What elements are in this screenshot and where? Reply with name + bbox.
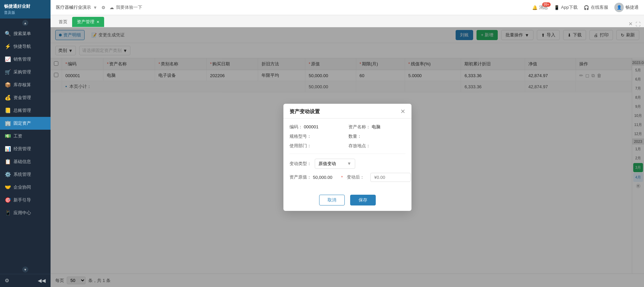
sidebar-item-fixed-assets[interactable]: 🏢 固定资产 (0, 117, 51, 130)
window-expand-icon[interactable]: ⛶ (636, 21, 641, 27)
sidebar-item-system[interactable]: ⚙️ 系统管理 (0, 168, 51, 181)
system-icon: ⚙️ (5, 171, 11, 178)
sidebar-footer: ⚙ ◀◀ (0, 274, 51, 287)
modal-footer: 取消 保存 (283, 191, 411, 211)
sidebar-nav: 🔍 搜索菜单 ⚡ 快捷导航 📈 销售管理 🛒 采购管理 📦 库存核算 💰 资金管… (0, 27, 51, 265)
content-area: 资产明细 📝 变更生成凭证 刘账 + 新增 批量操作 ▼ ⬆ (51, 27, 644, 287)
sidebar-item-label: 采购管理 (13, 69, 31, 75)
main-area: 医疗器械行业演示 ▼ ⚙ ☁ 我要体验一下 🔔 消息 99+ 📱 App下载 🎧… (51, 0, 644, 287)
modal-body: 编码： 000001 资产名称： 电脑 规格型号： 数量： (283, 119, 411, 191)
tab-home[interactable]: 首页 (54, 17, 72, 27)
tab-close-icon[interactable]: ✕ (96, 20, 99, 24)
sidebar-scroll-up[interactable]: ▲ (0, 19, 51, 27)
tab-asset-management[interactable]: 资产管理 ✕ (72, 17, 104, 27)
sidebar-item-quick-nav[interactable]: ⚡ 快捷导航 (0, 40, 51, 53)
sidebar: 畅捷通好业财 普及版 ▲ 🔍 搜索菜单 ⚡ 快捷导航 📈 销售管理 🛒 采购管理… (0, 0, 51, 287)
sidebar-item-business[interactable]: 📊 经营管理 (0, 142, 51, 155)
asset-change-modal: 资产变动设置 ✕ 编码： 000001 资产名称： 电脑 (283, 104, 411, 211)
sidebar-item-basic-info[interactable]: 📋 基础信息 (0, 155, 51, 168)
original-value-display: 50,000.00 (313, 175, 333, 180)
save-button[interactable]: 保存 (350, 195, 376, 205)
bell-icon: 🔔 (532, 5, 538, 10)
search-icon: 🔍 (5, 31, 11, 37)
modal-header: 资产变动设置 ✕ (283, 104, 411, 119)
tab-home-label: 首页 (59, 19, 67, 24)
company-name: 医疗器械行业演示 (56, 4, 91, 10)
sidebar-item-label: 企业协同 (13, 184, 31, 190)
sidebar-item-app-center[interactable]: 📱 应用中心 (0, 206, 51, 219)
after-value-input[interactable] (370, 173, 411, 182)
app-center-icon: 📱 (5, 210, 11, 216)
sidebar-item-search[interactable]: 🔍 搜索菜单 (0, 27, 51, 40)
sales-icon: 📈 (5, 56, 11, 62)
cancel-button[interactable]: 取消 (319, 195, 345, 205)
sidebar-item-label: 基础信息 (13, 159, 31, 165)
modal-location-field: 存放地点： (348, 143, 405, 149)
cloud-icon: ☁ (110, 5, 114, 10)
modal-code-field: 编码： 000001 (289, 124, 346, 130)
business-icon: 📊 (5, 146, 11, 152)
sidebar-item-label: 搜索菜单 (13, 31, 31, 37)
settings-icon[interactable]: ⚙ (5, 278, 9, 284)
original-value-row: 资产原值： 50,000.00 * 变动后： (289, 173, 405, 182)
change-type-select[interactable]: 原值变动 ▼ (315, 159, 355, 169)
window-controls: ✕ ⛶ (628, 21, 641, 27)
sidebar-item-label: 资金管理 (13, 95, 31, 101)
sidebar-item-label: 系统管理 (13, 171, 31, 178)
online-service-btn[interactable]: 🎧 在线客服 (584, 4, 608, 10)
tab-asset-label: 资产管理 (77, 19, 94, 25)
headset-icon: 🎧 (584, 5, 589, 10)
username: 畅捷通 (625, 4, 639, 10)
topbar-right: 🔔 消息 99+ 📱 App下载 🎧 在线客服 👤 畅捷通 (532, 3, 639, 12)
notifications-btn[interactable]: 🔔 消息 99+ (532, 4, 548, 10)
sidebar-item-payroll[interactable]: 💵 工资 (0, 130, 51, 142)
experience-btn[interactable]: ☁ 我要体验一下 (110, 4, 142, 10)
modal-spec-field: 规格型号： (289, 133, 346, 139)
sidebar-item-inventory[interactable]: 📦 库存核算 (0, 78, 51, 91)
dropdown-icon: ▼ (93, 5, 97, 10)
window-close-icon[interactable]: ✕ (628, 21, 633, 27)
sidebar-item-label: 经营管理 (13, 146, 31, 152)
topbar: 医疗器械行业演示 ▼ ⚙ ☁ 我要体验一下 🔔 消息 99+ 📱 App下载 🎧… (51, 0, 644, 15)
after-label: 变动后： (347, 174, 367, 180)
sidebar-item-purchase[interactable]: 🛒 采购管理 (0, 66, 51, 78)
sidebar-item-label: 快捷导航 (13, 43, 31, 50)
modal-dept-field: 使用部门： (289, 143, 346, 149)
info-icon: 📋 (5, 159, 11, 165)
sidebar-item-label: 应用中心 (13, 210, 31, 216)
sidebar-item-guide[interactable]: 🎯 新手引导 (0, 194, 51, 206)
enterprise-icon: 🤝 (5, 184, 11, 190)
guide-icon: 🎯 (5, 197, 11, 203)
purchase-icon: 🛒 (5, 69, 11, 75)
sidebar-item-finance[interactable]: 💰 资金管理 (0, 91, 51, 104)
original-value-label: 资产原值： (289, 174, 310, 180)
sidebar-item-enterprise[interactable]: 🤝 企业协同 (0, 181, 51, 194)
settings-icon[interactable]: ⚙ (101, 5, 105, 10)
sidebar-scroll-down[interactable]: ▼ (0, 265, 51, 274)
modal-close-btn[interactable]: ✕ (400, 108, 405, 115)
tabs-bar: 首页 资产管理 ✕ ✕ ⛶ (51, 15, 644, 27)
dropdown-icon: ▼ (347, 161, 351, 166)
user-menu[interactable]: 👤 畅捷通 (614, 3, 639, 12)
company-selector[interactable]: 医疗器械行业演示 ▼ (56, 4, 97, 10)
change-type-value: 原值变动 (318, 161, 336, 167)
sidebar-item-label: 固定资产 (13, 120, 31, 126)
finance-icon: 💰 (5, 95, 11, 101)
sidebar-item-label: 新手引导 (13, 197, 31, 203)
ledger-icon: 📒 (5, 107, 11, 114)
change-type-row: 变动类型： 原值变动 ▼ (289, 159, 405, 169)
after-required: * (341, 175, 343, 180)
modal-title: 资产变动设置 (289, 108, 320, 115)
sidebar-item-label: 销售管理 (13, 56, 31, 62)
app-logo: 畅捷通好业财 普及版 (0, 0, 51, 19)
sidebar-item-sales[interactable]: 📈 销售管理 (0, 53, 51, 66)
app-download-btn[interactable]: 📱 App下载 (554, 4, 578, 10)
app-name: 畅捷通好业财 (4, 4, 30, 9)
change-type-label: 变动类型： (289, 161, 311, 167)
collapse-icon[interactable]: ◀◀ (38, 278, 46, 284)
inventory-icon: 📦 (5, 82, 11, 88)
modal-quantity-field: 数量： (348, 133, 405, 139)
lightning-icon: ⚡ (5, 43, 11, 50)
sidebar-item-label: 工资 (13, 133, 22, 139)
sidebar-item-general-ledger[interactable]: 📒 总账管理 (0, 104, 51, 117)
